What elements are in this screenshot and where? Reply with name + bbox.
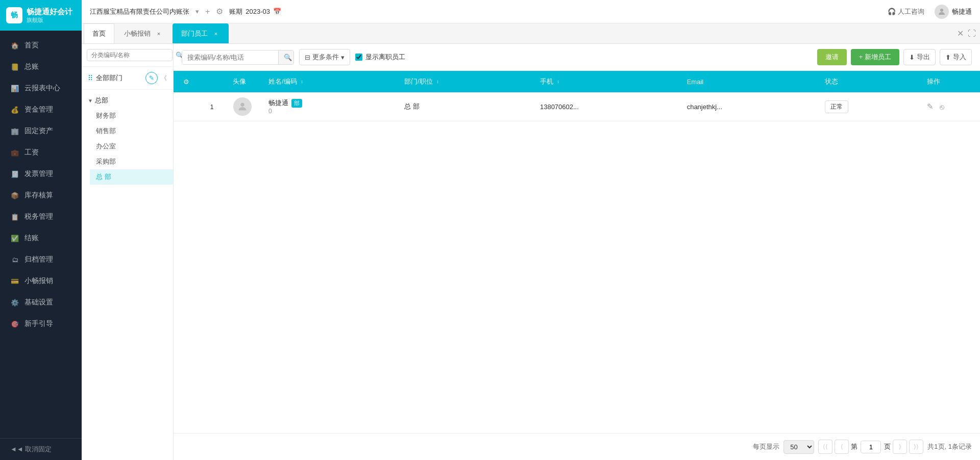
last-page-button[interactable]: ⟩⟩ (909, 440, 923, 454)
dept-item-sales[interactable]: 销售部 (90, 123, 173, 139)
import-button[interactable]: ⬆ 导入 (940, 49, 972, 65)
edit-icon[interactable]: ✎ (927, 102, 934, 111)
topbar-settings-icon[interactable]: ⚙ (216, 7, 223, 16)
employee-panel: 🔍 ⊟ 更多条件 ▾ 显示离职员工 邀请 + 新增员工 ⬇ 导出 (174, 44, 980, 460)
calendar-icon[interactable]: 📅 (273, 8, 281, 15)
chevron-down-icon: ▾ (341, 54, 345, 61)
tab-employees-close[interactable]: × (212, 30, 220, 38)
archive-icon: 🗂 (10, 255, 19, 264)
sidebar-label-guide: 新手引导 (24, 319, 53, 328)
logout-icon[interactable]: ⎋ (940, 103, 944, 111)
sort-dept-icon: ↕ (436, 80, 439, 84)
ledger-icon: 📒 (10, 62, 19, 71)
company-dropdown-icon[interactable]: ▾ (195, 8, 199, 15)
add-employee-button[interactable]: + 新增员工 (851, 49, 899, 65)
tab-maximize-icon[interactable]: ⛶ (968, 29, 976, 38)
employee-name: 畅捷通 (268, 98, 288, 108)
col-settings[interactable]: ⚙ (174, 71, 199, 92)
col-email: Email (679, 71, 817, 92)
import-label: 导入 (953, 53, 966, 62)
export-button[interactable]: ⬇ 导出 (903, 49, 936, 65)
sidebar-item-close[interactable]: ✅ 结账 (0, 227, 82, 249)
add-company-icon[interactable]: + (205, 7, 210, 16)
tab-expense[interactable]: 小畅报销 × (115, 23, 172, 43)
invoice-icon: 🧾 (10, 169, 19, 178)
dept-all-header: ⠿ 全部部门 ✎ 《 (82, 67, 173, 90)
first-page-button[interactable]: ⟨⟨ (818, 440, 832, 454)
dept-item-general[interactable]: 总 部 (90, 169, 173, 185)
col-dept-label: 部门/职位 (404, 78, 433, 85)
support-button[interactable]: 🎧 人工咨询 (888, 7, 924, 16)
pagination: 每页显示 50 20 100 ⟨⟨ ⟨ 第 页 ⟩ ⟩⟩ (174, 433, 980, 460)
show-resigned-label: 显示离职员工 (365, 53, 405, 62)
dept-collapse-icon[interactable]: 《 (161, 74, 167, 83)
sidebar-label-reports: 云报表中心 (24, 84, 60, 93)
employee-table: ⚙ 头像 姓名/编码 ↕ 部门/职位 ↕ (174, 71, 980, 121)
sidebar-item-reports[interactable]: 📊 云报表中心 (0, 78, 82, 99)
sidebar-item-archive[interactable]: 🗂 归档管理 (0, 249, 82, 270)
sidebar-item-assets[interactable]: 🏢 固定资产 (0, 120, 82, 142)
dept-item-office[interactable]: 办公室 (90, 139, 173, 154)
tab-employees-label: 部门员工 (181, 29, 208, 38)
employee-search-icon[interactable]: 🔍 (278, 50, 294, 64)
employee-toolbar: 🔍 ⊟ 更多条件 ▾ 显示离职员工 邀请 + 新增员工 ⬇ 导出 (174, 44, 980, 71)
more-filters-label: 更多条件 (312, 53, 339, 62)
tabs-right-actions: ✕ ⛶ (957, 23, 980, 43)
sidebar-item-salary[interactable]: 💼 工资 (0, 142, 82, 163)
user-menu[interactable]: 畅捷通 (935, 5, 972, 19)
employee-search-input[interactable] (182, 50, 278, 64)
col-phone-label: 手机 (540, 78, 553, 85)
show-resigned-input[interactable] (355, 54, 362, 61)
invite-button[interactable]: 邀请 (817, 49, 847, 65)
content-area: 🔍 ⠿ 全部部门 ✎ 《 ▼ 总部 财务部 销售部 办公室 (82, 44, 980, 460)
tax-icon: 📋 (10, 212, 19, 221)
tab-expense-close[interactable]: × (155, 30, 163, 38)
employee-avatar (233, 97, 252, 116)
sidebar-item-settings[interactable]: ⚙️ 基础设置 (0, 292, 82, 313)
prev-page-button[interactable]: ⟨ (835, 440, 849, 454)
dept-search-input[interactable] (87, 49, 173, 61)
sidebar-item-guide[interactable]: 🎯 新手引导 (0, 313, 82, 335)
more-filters-button[interactable]: ⊟ 更多条件 ▾ (299, 49, 350, 65)
col-name[interactable]: 姓名/编码 ↕ (260, 71, 396, 92)
table-row: 1 畅捷通 (174, 92, 980, 121)
logo-subtitle: 旗舰版 (27, 16, 72, 24)
employee-code: 0 (268, 108, 388, 115)
dept-item-finance[interactable]: 财务部 (90, 108, 173, 123)
next-page-button[interactable]: ⟩ (893, 440, 907, 454)
export-label: 导出 (917, 53, 930, 62)
dept-item-procurement[interactable]: 采购部 (90, 154, 173, 169)
main-area: 江西服宝精品有限责任公司内账张 ▾ + ⚙ 账期 2023-03 📅 🎧 人工咨… (82, 0, 980, 460)
svg-point-0 (940, 9, 943, 12)
tab-close-window-icon[interactable]: ✕ (957, 29, 964, 38)
sidebar-item-ledger[interactable]: 📒 总账 (0, 56, 82, 78)
show-resigned-checkbox[interactable]: 显示离职员工 (355, 53, 405, 62)
page-suffix: 页 (884, 442, 891, 451)
sidebar-unpin-label: ◄◄ 取消固定 (10, 445, 52, 454)
dept-all-label: 全部部门 (96, 73, 142, 83)
sidebar-label-settings: 基础设置 (24, 298, 53, 307)
sidebar-item-invoice[interactable]: 🧾 发票管理 (0, 163, 82, 185)
logo-title: 畅捷通好会计 (27, 7, 72, 16)
status-badge: 正常 (825, 100, 848, 113)
sidebar-unpin-button[interactable]: ◄◄ 取消固定 (0, 438, 82, 460)
dept-group-header-headquarters[interactable]: ▼ 总部 (82, 93, 173, 108)
export-icon: ⬇ (909, 54, 915, 61)
per-page-select[interactable]: 50 20 100 (783, 440, 814, 454)
sidebar-item-inventory[interactable]: 📦 库存核算 (0, 185, 82, 206)
sidebar-label-inventory: 库存核算 (24, 191, 53, 200)
dept-edit-button[interactable]: ✎ (145, 72, 158, 84)
sidebar-label-ledger: 总账 (24, 62, 39, 71)
tab-home[interactable]: 首页 (84, 23, 114, 43)
col-dept[interactable]: 部门/职位 ↕ (396, 71, 532, 92)
company-name: 江西服宝精品有限责任公司内账张 (90, 7, 189, 16)
tab-employees[interactable]: 部门员工 × (173, 23, 229, 43)
sidebar-label-invoice: 发票管理 (24, 169, 53, 178)
col-phone[interactable]: 手机 ↕ (532, 71, 679, 92)
sidebar-item-home[interactable]: 🏠 首页 (0, 35, 82, 56)
sidebar-item-expense[interactable]: 💳 小畅报销 (0, 270, 82, 292)
sidebar-item-tax[interactable]: 📋 税务管理 (0, 206, 82, 227)
import-icon: ⬆ (945, 54, 951, 61)
page-input[interactable] (861, 441, 881, 453)
sidebar-item-funds[interactable]: 💰 资金管理 (0, 99, 82, 120)
